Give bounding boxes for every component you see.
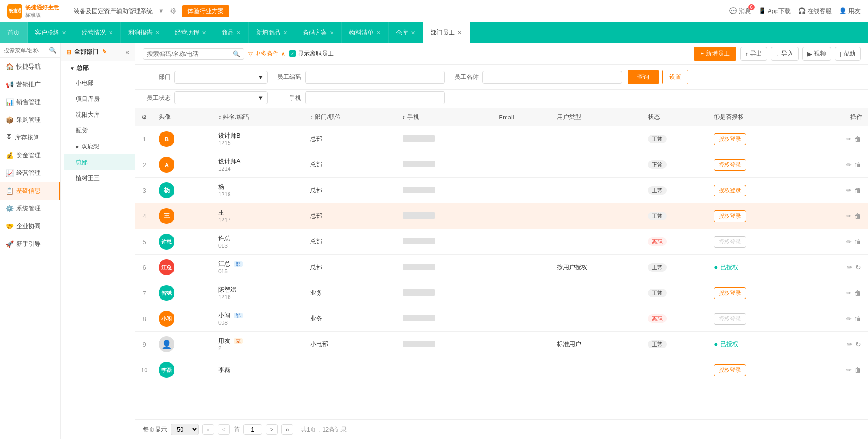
delete-icon[interactable]: 🗑 (854, 187, 861, 194)
sidebar-item-purchase[interactable]: 📦 采购管理 (0, 111, 60, 129)
auth-btn[interactable]: 授权登录 (714, 159, 746, 171)
sidebar-item-sales[interactable]: 📊 销售管理 (0, 93, 60, 111)
delete-icon[interactable]: 🗑 (854, 161, 861, 168)
auth-btn[interactable]: 授权登录 (714, 185, 746, 196)
more-filter-btn[interactable]: ▽ 更多条件 ∧ (248, 49, 285, 58)
sidebar-item-inventory[interactable]: 🗄 库存核算 (0, 129, 60, 146)
col-settings[interactable]: ⚙ (135, 108, 153, 126)
edit-icon[interactable]: ✏ (847, 341, 853, 348)
collapse-tree-icon[interactable]: « (126, 49, 129, 56)
edit-icon[interactable]: ✏ (847, 264, 853, 271)
auth-btn[interactable]: 授权登录 (714, 287, 746, 299)
trial-btn[interactable]: 体验行业方案 (182, 5, 229, 17)
last-page-btn[interactable]: » (281, 424, 293, 435)
edit-icon[interactable]: ✏ (846, 289, 852, 297)
per-page-select[interactable]: 50 100 (171, 424, 199, 435)
row-user-type (551, 178, 643, 203)
message-btn[interactable]: 💬 消息 6 (729, 7, 751, 15)
edit-icon[interactable]: ✏ (846, 135, 852, 143)
sidebar-item-basic[interactable]: 📋 基础信息 (0, 182, 60, 200)
edit-dept-icon[interactable]: ✎ (102, 49, 107, 55)
sidebar-item-operation[interactable]: 📈 经营管理 (0, 164, 60, 182)
query-btn[interactable]: 查询 (628, 70, 659, 84)
edit-icon[interactable]: ✏ (846, 238, 852, 245)
dept-item-shuanglu[interactable]: ▶双鹿想 (64, 139, 135, 154)
show-resigned-toggle[interactable]: ✓ 显示离职员工 (289, 49, 334, 58)
sidebar-item-finance[interactable]: 💰 资金管理 (0, 146, 60, 164)
row-phone (397, 229, 493, 255)
first-page-btn[interactable]: « (202, 424, 214, 435)
sidebar-item-marketing[interactable]: 📢 营销推广 (0, 76, 60, 93)
nav-item-barcode[interactable]: 条码方案✕ (295, 22, 342, 43)
search-icon[interactable]: 🔍 (233, 50, 240, 57)
edit-icon[interactable]: ✏ (846, 212, 852, 220)
sidebar-search-input[interactable] (4, 47, 47, 54)
sidebar-search-icon[interactable]: 🔍 (49, 47, 56, 54)
emp-name-input[interactable] (482, 71, 622, 84)
dept-item-shenyang[interactable]: 沈阳大库 (64, 107, 135, 123)
dept-item-hq[interactable]: 总部 (64, 154, 135, 170)
nav-item-home[interactable]: 首页 (0, 22, 28, 43)
sidebar-item-guide[interactable]: 🚀 新手引导 (0, 235, 60, 253)
help-btn[interactable]: | 帮助 (835, 47, 861, 61)
dept-item-dispatch[interactable]: 配货 (64, 123, 135, 139)
search-input[interactable] (147, 50, 231, 57)
nav-item-dept[interactable]: 部门员工✕ (423, 22, 470, 43)
row-no: 3 (135, 178, 153, 203)
nav-item-add-goods[interactable]: 新增商品✕ (249, 22, 295, 43)
dept-item-plant[interactable]: 植树王三 (64, 170, 135, 186)
auth-btn[interactable]: 授权登录 (714, 364, 746, 376)
nav-item-bom[interactable]: 物料清单✕ (342, 22, 389, 43)
delete-icon[interactable]: 🗑 (854, 135, 861, 143)
refresh-icon[interactable]: ↻ (855, 341, 861, 348)
col-dept[interactable]: ↕ 部门/职位 (305, 108, 396, 126)
sidebar-item-nav[interactable]: 🏠 快捷导航 (0, 58, 60, 76)
next-page-btn[interactable]: > (266, 424, 278, 435)
nav-item-warehouse[interactable]: 仓库✕ (389, 22, 423, 43)
edit-icon[interactable]: ✏ (846, 315, 852, 322)
nav-item-goods[interactable]: 商品✕ (214, 22, 249, 43)
prev-page-btn[interactable]: < (218, 424, 230, 435)
edit-icon[interactable]: ✏ (846, 366, 852, 374)
auth-btn[interactable]: 授权登录 (714, 313, 746, 325)
delete-icon[interactable]: 🗑 (854, 315, 861, 322)
delete-icon[interactable]: 🗑 (854, 366, 861, 374)
sidebar-item-collab[interactable]: 🤝 企业协同 (0, 217, 60, 235)
col-phone[interactable]: ↕ 手机 (397, 108, 493, 126)
import-btn[interactable]: ↓ 导入 (771, 47, 799, 61)
delete-icon[interactable]: 🗑 (854, 212, 861, 220)
view-btn[interactable]: ▶ 视频 (802, 47, 831, 61)
row-email (493, 255, 551, 280)
edit-icon[interactable]: ✏ (846, 161, 852, 168)
sidebar-item-system[interactable]: ⚙️ 系统管理 (0, 200, 60, 217)
dept-item-project[interactable]: 项目库房 (64, 91, 135, 107)
edit-icon[interactable]: ✏ (846, 187, 852, 194)
add-employee-btn[interactable]: + 新增员工 (694, 47, 736, 61)
online-service-btn[interactable]: 🎧 在线客服 (798, 7, 832, 15)
col-name[interactable]: ↕ 姓名/编码 (213, 108, 305, 126)
dept-select[interactable]: ▼ (174, 71, 268, 84)
row-auth: 授权登录 (708, 203, 805, 229)
nav-item-journey[interactable]: 经营历程✕ (167, 22, 214, 43)
dept-group-title[interactable]: ▼总部 (64, 61, 135, 75)
user-btn[interactable]: 👤 用友 (839, 7, 861, 15)
emp-status-select[interactable]: ▼ (174, 91, 268, 104)
nav-item-profit[interactable]: 利润报告✕ (121, 22, 167, 43)
export-btn[interactable]: ↑ 导出 (740, 47, 768, 61)
nav-item-crm[interactable]: 客户联络✕ (28, 22, 74, 43)
reset-btn[interactable]: 设置 (662, 70, 688, 84)
refresh-icon[interactable]: ↻ (855, 264, 861, 271)
app-download-btn[interactable]: 📱 App下载 (758, 7, 791, 15)
page-input[interactable] (243, 424, 262, 435)
phone-input[interactable] (305, 91, 445, 104)
emp-code-input[interactable] (305, 71, 445, 84)
nav-item-operation[interactable]: 经营情况✕ (74, 22, 121, 43)
dept-item-small-elec[interactable]: 小电部 (64, 75, 135, 91)
auth-btn[interactable]: 授权登录 (714, 210, 746, 222)
auth-btn[interactable]: 授权登录 (714, 236, 746, 248)
delete-icon[interactable]: 🗑 (854, 289, 861, 297)
dropdown-icon[interactable]: ▼ (158, 7, 164, 14)
settings-icon[interactable]: ⚙ (170, 7, 176, 15)
auth-btn[interactable]: 授权登录 (714, 133, 746, 145)
delete-icon[interactable]: 🗑 (854, 238, 861, 245)
